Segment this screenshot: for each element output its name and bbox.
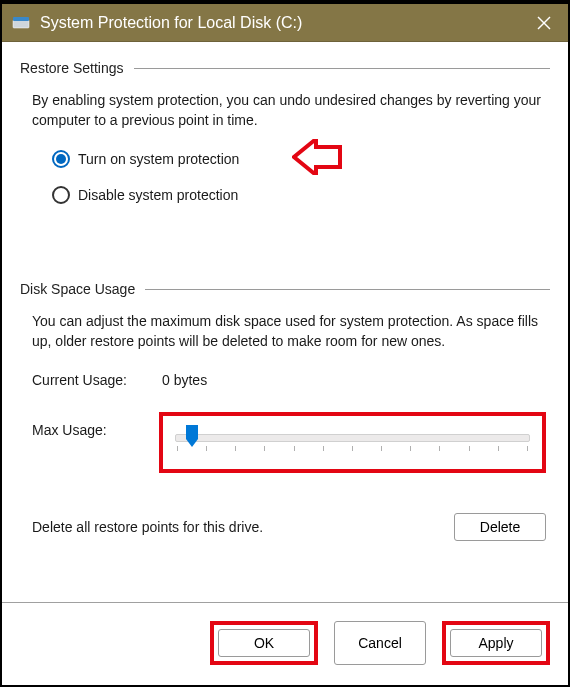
divider (145, 289, 550, 290)
radio-icon (52, 186, 70, 204)
disk-section-header: Disk Space Usage (20, 281, 550, 297)
max-usage-row: Max Usage: (32, 412, 546, 473)
dialog-footer: OK Cancel Apply (2, 602, 568, 685)
current-usage-label: Current Usage: (32, 370, 162, 390)
current-usage-row: Current Usage: 0 bytes (32, 370, 546, 390)
slider-ticks (175, 446, 530, 451)
radio-on-label: Turn on system protection (78, 149, 239, 169)
ok-button[interactable]: OK (218, 629, 310, 657)
restore-section-body: By enabling system protection, you can u… (20, 90, 550, 221)
annotation-arrow-icon (292, 139, 342, 175)
current-usage-value: 0 bytes (162, 370, 207, 390)
cancel-button[interactable]: Cancel (334, 621, 426, 665)
disk-section-body: You can adjust the maximum disk space us… (20, 311, 550, 557)
max-usage-label: Max Usage: (32, 412, 159, 440)
delete-description: Delete all restore points for this drive… (32, 517, 263, 537)
titlebar: System Protection for Local Disk (C:) (2, 4, 568, 42)
window-title: System Protection for Local Disk (C:) (40, 14, 520, 32)
delete-row: Delete all restore points for this drive… (32, 513, 546, 541)
close-icon (537, 16, 551, 30)
restore-section-header: Restore Settings (20, 60, 550, 76)
disk-icon (12, 14, 30, 32)
radio-off-label: Disable system protection (78, 185, 238, 205)
dialog-content: Restore Settings By enabling system prot… (2, 42, 568, 602)
dialog-window: System Protection for Local Disk (C:) Re… (0, 0, 570, 687)
disk-header-label: Disk Space Usage (20, 281, 145, 297)
slider-thumb-icon (184, 425, 200, 449)
annotation-highlight-slider (159, 412, 546, 473)
delete-button[interactable]: Delete (454, 513, 546, 541)
annotation-highlight-apply: Apply (442, 621, 550, 665)
restore-header-label: Restore Settings (20, 60, 134, 76)
radio-disable[interactable]: Disable system protection (52, 185, 546, 205)
max-usage-slider[interactable] (175, 434, 530, 442)
annotation-highlight-ok: OK (210, 621, 318, 665)
svg-rect-1 (13, 17, 29, 21)
restore-description: By enabling system protection, you can u… (32, 90, 546, 131)
divider (134, 68, 551, 69)
apply-button[interactable]: Apply (450, 629, 542, 657)
restore-radio-group: Turn on system protection Disable system… (32, 149, 546, 206)
radio-icon (52, 150, 70, 168)
svg-rect-0 (13, 20, 29, 28)
disk-description: You can adjust the maximum disk space us… (32, 311, 546, 352)
close-button[interactable] (520, 4, 568, 42)
